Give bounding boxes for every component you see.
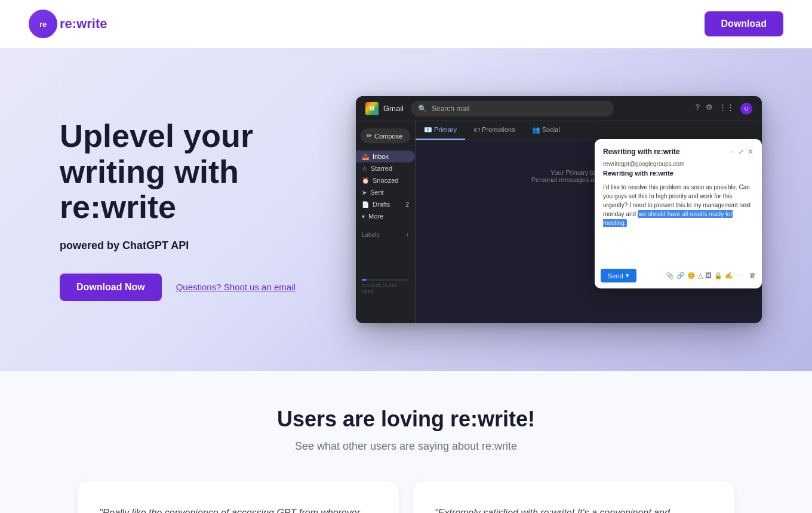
sign-icon[interactable]: ✍ (725, 272, 733, 279)
gmail-body: ✏ Compose 📥 Inbox ☆ Starred ⏰ Snoozed (356, 121, 762, 323)
drafts-icon: 📄 (362, 201, 369, 208)
popup-close-icon[interactable]: ✕ (748, 148, 753, 156)
logo-write: write (76, 16, 107, 31)
more-label: More (368, 213, 383, 220)
star-icon: ☆ (362, 165, 367, 172)
tab-primary[interactable]: 📧 Primary (416, 121, 465, 140)
drafts-label: Drafts (373, 201, 390, 208)
gmail-m-icon: M (365, 102, 379, 115)
sent-label: Sent (370, 189, 384, 196)
labels-row: Labels + (356, 229, 415, 241)
storage-text: 0 GB of 15 GB used (362, 282, 397, 294)
popup-header: Rewriting with re:write – ⤢ ✕ (603, 148, 753, 156)
review-card-2: "Extremely satisfied with re:write! It's… (413, 481, 734, 513)
popup-send-arrow: ▾ (626, 272, 629, 279)
gmail-logo: M Gmail (365, 102, 404, 115)
attach-icon[interactable]: 📎 (666, 272, 674, 279)
search-icon: 🔍 (418, 105, 427, 113)
snooze-icon: ⏰ (362, 177, 369, 184)
starred-label: Starred (371, 165, 392, 172)
gmail-right-icons: ? ⚙ ⋮⋮ U (696, 103, 752, 115)
tab-promotions[interactable]: 🏷 Promotions (465, 121, 524, 140)
tab-social[interactable]: 👥 Social (524, 121, 568, 140)
sidebar-item-drafts[interactable]: 📄 Drafts 2 (356, 198, 415, 210)
popup-title: Rewriting with re:write (603, 148, 680, 156)
compose-icon: ✏ (367, 132, 372, 140)
popup-send-label: Send (608, 272, 623, 279)
sidebar-item-more[interactable]: ▾ More (356, 210, 415, 222)
gmail-sidebar: ✏ Compose 📥 Inbox ☆ Starred ⏰ Snoozed (356, 121, 416, 323)
popup-expand[interactable]: ⤢ (738, 148, 744, 156)
hero-section: Uplevel your writing with re:write power… (0, 48, 812, 371)
drive-icon[interactable]: △ (698, 272, 703, 279)
tab-social-icon: 👥 (532, 126, 540, 133)
tab-primary-icon: 📧 (424, 126, 432, 133)
rewrite-popup: Rewriting with re:write – ⤢ ✕ rewritegpt… (595, 139, 762, 288)
popup-subject: Rewriting with re:write (603, 170, 753, 177)
hero-actions: Download Now Questions? Shoot us an emai… (60, 274, 310, 301)
photo-icon[interactable]: 🖼 (705, 272, 712, 279)
popup-controls: – ⤢ ✕ (730, 148, 753, 156)
gmail-label: Gmail (383, 104, 404, 113)
compose-button[interactable]: ✏ Compose (361, 128, 410, 143)
search-placeholder-text: Search mail (432, 105, 469, 113)
download-now-button[interactable]: Download Now (60, 274, 162, 301)
delete-draft-icon[interactable]: 🗑 (749, 272, 756, 279)
more-options-icon[interactable]: ⋯ (736, 272, 742, 279)
sidebar-item-snoozed[interactable]: ⏰ Snoozed (356, 174, 415, 186)
reviews-grid: "Really like the convenience of accessin… (78, 481, 734, 513)
popup-from: rewritegpt@googlegroups.com (603, 161, 753, 167)
storage-fill (362, 279, 367, 281)
drafts-count: 2 (405, 201, 409, 208)
logo-icon: re (29, 10, 57, 38)
labels-label: Labels (362, 232, 379, 238)
avatar-icon: U (740, 103, 752, 115)
app-screenshot: M Gmail 🔍 Search mail ? ⚙ ⋮⋮ U (356, 96, 762, 323)
header: re re:write Download (0, 0, 812, 48)
gmail-tabs: 📧 Primary 🏷 Promotions 👥 Social (416, 121, 762, 140)
gmail-search-bar: 🔍 Search mail (411, 101, 614, 116)
labels-add-icon[interactable]: + (405, 232, 409, 238)
gmail-main: 📧 Primary 🏷 Promotions 👥 Social (416, 121, 762, 323)
social-title: Users are loving re:write! (29, 407, 783, 432)
sidebar-item-sent[interactable]: ➤ Sent (356, 186, 415, 198)
lock-icon[interactable]: 🔒 (714, 272, 722, 279)
sent-icon: ➤ (362, 189, 367, 196)
sidebar-item-starred[interactable]: ☆ Starred (356, 162, 415, 174)
gmail-topbar: M Gmail 🔍 Search mail ? ⚙ ⋮⋮ U (356, 96, 762, 121)
popup-highlight: we should have all results ready for mee… (603, 210, 733, 227)
hero-subtitle: powered by ChatGPT API (60, 239, 310, 252)
popup-send-area: Send ▾ 📎 🔗 😊 △ 🖼 🔒 ✍ (601, 269, 756, 282)
popup-body: I'd like to resolve this problem as soon… (603, 183, 753, 228)
social-proof-section: Users are loving re:write! See what othe… (0, 371, 812, 513)
popup-send-icons: 📎 🔗 😊 △ 🖼 🔒 ✍ ⋯ 🗑 (666, 272, 756, 279)
logo-re: re: (60, 16, 76, 31)
inbox-label: Inbox (373, 153, 389, 160)
hero-right: M Gmail 🔍 Search mail ? ⚙ ⋮⋮ U (334, 96, 783, 323)
link-icon[interactable]: 🔗 (676, 272, 685, 279)
help-icon: ? (696, 103, 700, 115)
inbox-icon: 📥 (362, 153, 369, 160)
review-text-1: "Really like the convenience of accessin… (99, 505, 377, 513)
logo[interactable]: re re:write (29, 10, 107, 38)
tab-promotions-icon: 🏷 (473, 126, 480, 133)
emoji-icon[interactable]: 😊 (687, 272, 696, 279)
more-icon: ▾ (362, 213, 365, 220)
storage-bar: 0 GB of 15 GB used (356, 277, 415, 297)
snoozed-label: Snoozed (373, 177, 398, 184)
review-text-2: "Extremely satisfied with re:write! It's… (435, 505, 713, 513)
nav-download-button[interactable]: Download (705, 11, 783, 36)
email-link[interactable]: Questions? Shoot us an email (176, 282, 296, 292)
review-card-1: "Really like the convenience of accessin… (78, 481, 399, 513)
settings-icon: ⚙ (706, 103, 713, 115)
grid-icon: ⋮⋮ (719, 103, 734, 115)
logo-text: re:write (60, 16, 107, 32)
popup-minimize[interactable]: – (730, 148, 734, 156)
social-subtitle: See what other users are saying about re… (29, 440, 783, 453)
sidebar-item-inbox[interactable]: 📥 Inbox (356, 150, 415, 162)
hero-title: Uplevel your writing with re:write (60, 118, 310, 225)
popup-send-button[interactable]: Send ▾ (601, 269, 636, 282)
compose-label: Compose (374, 133, 402, 140)
hero-left: Uplevel your writing with re:write power… (60, 118, 310, 300)
